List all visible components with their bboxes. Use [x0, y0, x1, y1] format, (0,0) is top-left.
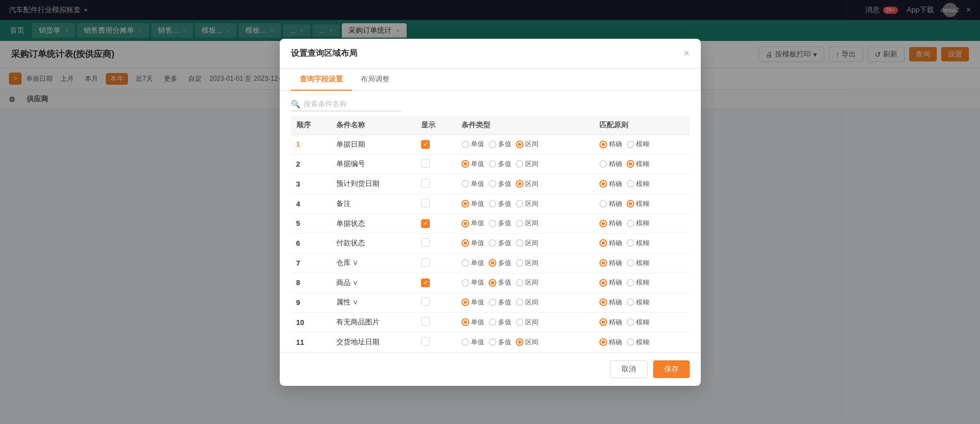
modal-overlay: 设置查询区域布局 × 查询字段设置 布局调整 🔍 顺序 条件名称 显示	[0, 0, 980, 109]
search-box: 🔍	[291, 97, 402, 110]
search-icon: 🔍	[291, 100, 300, 108]
tab-query-fields[interactable]: 查询字段设置	[291, 69, 352, 91]
modal-close-button[interactable]: ×	[684, 48, 690, 59]
modal-search-area: 🔍	[280, 91, 701, 110]
tab-layout-adjust[interactable]: 布局调整	[352, 69, 398, 91]
modal-title: 设置查询区域布局	[291, 48, 357, 59]
modal-dialog: 设置查询区域布局 × 查询字段设置 布局调整 🔍 顺序 条件名称 显示	[280, 39, 701, 110]
modal-header: 设置查询区域布局 ×	[280, 39, 701, 69]
modal-tabs: 查询字段设置 布局调整	[280, 69, 701, 91]
search-input[interactable]	[304, 100, 392, 108]
